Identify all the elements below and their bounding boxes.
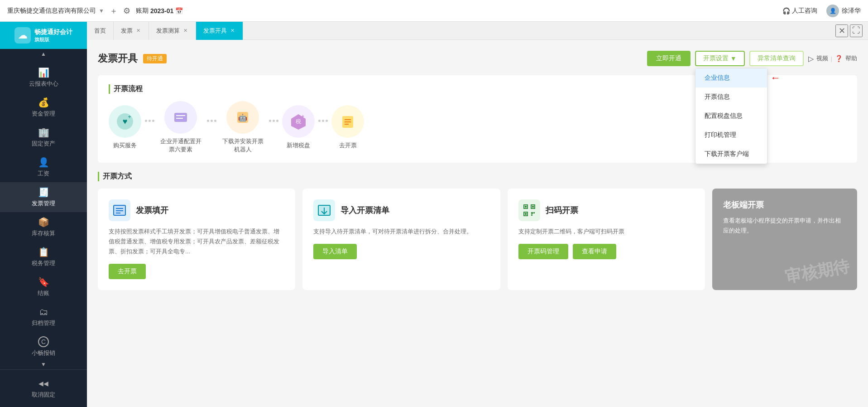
building-icon: 🏢 (38, 127, 49, 138)
sidebar-item-label: 资金管理 (32, 110, 55, 118)
sidebar-item-label: 归档管理 (32, 319, 55, 327)
flow-step-icon-download: 🤖 (226, 101, 259, 134)
flow-step-label: 下载并安装开票机器人 (220, 137, 265, 154)
tab-expand-button[interactable]: ⛶ (850, 24, 863, 37)
chevron-down-icon: ▼ (730, 55, 737, 62)
sidebar-item-label: 税务管理 (32, 259, 55, 267)
method-card-boss: 老板端开票 查看老板端小程序提交的开票申请，并作出相应的处理。 审核期待 (712, 189, 857, 290)
sidebar-item-label: 云报表中心 (29, 80, 58, 88)
svg-rect-28 (531, 212, 533, 214)
sidebar-item-label: 库存核算 (32, 229, 55, 237)
svg-text:+: + (128, 114, 131, 120)
sidebar-logo: ☁ 畅捷通好会计 旗舰版 (0, 22, 87, 49)
sidebar-item-xiaochang[interactable]: C 小畅报销 (0, 332, 87, 359)
flow-step-icon-config (164, 101, 197, 134)
tab-fapiaokaiqu[interactable]: 发票开具 ✕ (196, 22, 243, 40)
company-name: 重庆畅捷交通信息咨询有限公司 (7, 7, 96, 15)
tab-label: 发票测算 (156, 27, 180, 35)
sidebar-item-shuiwu[interactable]: 📋 税务管理 (0, 242, 87, 272)
flow-step-icon-add-tax: 税 + (282, 105, 315, 138)
flow-step-label: 新增税盘 (287, 141, 310, 150)
tab-label: 发票 (121, 27, 133, 35)
sidebar-item-gongzi[interactable]: 👤 工资 (0, 152, 87, 182)
scan-icon (518, 199, 540, 221)
support-button[interactable]: 🎧 人工咨询 (782, 7, 817, 15)
svg-text:+: + (302, 113, 304, 119)
tab-label: 首页 (94, 27, 106, 35)
bookmark-icon: 🔖 (38, 276, 49, 287)
dropdown-item-invoice-info[interactable]: 开票信息 (695, 87, 767, 107)
sidebar-item-yunbao[interactable]: 📊 云报表中心 (0, 63, 87, 92)
tab-fapiaocesuan[interactable]: 发票测算 ✕ (149, 22, 196, 40)
sidebar-item-label: 结账 (38, 289, 49, 297)
dropdown-item-printer[interactable]: 打印机管理 (695, 126, 767, 145)
unpin-icon: ◀◀ (38, 378, 49, 389)
svg-rect-26 (532, 206, 534, 208)
dropdown-item-tax-config[interactable]: 配置税盘信息 (695, 107, 767, 126)
tab-label: 发票开具 (203, 27, 227, 35)
tab-fapiao[interactable]: 发票 ✕ (114, 22, 149, 40)
tab-close-button[interactable]: ✕ (835, 24, 848, 37)
sidebar-item-zijin[interactable]: 💰 资金管理 (0, 92, 87, 122)
page-title: 发票开具 (98, 52, 138, 65)
tab-close-icon[interactable]: ✕ (182, 28, 188, 34)
import-list-button[interactable]: 导入清单 (313, 244, 357, 259)
scroll-down[interactable]: ▼ (0, 359, 87, 369)
video-help[interactable]: ▷ 视频 | ❓ 帮助 (808, 54, 857, 63)
dropdown-item-company-info[interactable]: 企业信息 ← (695, 68, 767, 87)
tab-close-icon[interactable]: ✕ (135, 28, 141, 34)
flow-step-label: 企业开通配置开票六要素 (158, 137, 203, 154)
flow-step-icon-go-invoice (331, 105, 364, 138)
headset-icon: 🎧 (782, 7, 790, 15)
method-title: 导入开票清单 (340, 205, 389, 216)
divider: | (831, 55, 832, 62)
flow-step-go-invoice: 去开票 (331, 105, 364, 150)
video-icon: ▷ (808, 54, 814, 63)
flow-step-config: 企业开通配置开票六要素 (158, 101, 203, 154)
scroll-up[interactable]: ▲ (0, 49, 87, 59)
sidebar-item-gudingzichan[interactable]: 🏢 固定资产 (0, 122, 87, 152)
method-desc: 支持定制开票二维码，客户端可扫码开票 (518, 227, 694, 237)
receipt-icon: 🧾 (38, 187, 49, 198)
invoice-settings-button[interactable]: 开票设置 ▼ (695, 51, 745, 66)
sidebar-item-quxiao[interactable]: ◀◀ 取消固定 (0, 373, 87, 403)
disabled-overlay: 审核期待 (783, 255, 851, 288)
sidebar-item-fapiao[interactable]: 🧾 发票管理 (0, 182, 87, 212)
dropdown-item-download-client[interactable]: 下载开票客户端 (695, 145, 767, 164)
sidebar-item-jiezhang[interactable]: 🔖 结账 (0, 272, 87, 302)
money-icon: 💰 (38, 97, 49, 108)
tab-close-icon[interactable]: ✕ (230, 28, 235, 34)
immediate-open-button[interactable]: 立即开通 (647, 51, 691, 66)
abnormal-query-button[interactable]: 异常清单查询 (749, 51, 804, 66)
tab-home[interactable]: 首页 (87, 22, 114, 40)
svg-text:税: 税 (296, 118, 301, 125)
go-invoice-button[interactable]: 去开票 (109, 264, 146, 279)
flow-step-download: 🤖 下载并安装开票机器人 (220, 101, 265, 154)
sidebar-item-label: 固定资产 (32, 140, 55, 148)
method-desc: 支持导入待开票清单，可对待开票清单进行拆分、合并处理。 (313, 227, 489, 237)
import-icon (313, 199, 335, 221)
invoice-fill-icon (109, 199, 130, 221)
red-arrow-icon: ← (771, 72, 781, 84)
method-desc: 查看老板端小程序提交的开票申请，并作出相应的处理。 (723, 216, 846, 236)
sidebar-item-label: 工资 (38, 170, 49, 178)
method-card-import: 导入开票清单 支持导入待开票清单，可对待开票清单进行拆分、合并处理。 导入清单 (302, 189, 500, 290)
sidebar-item-label: 取消固定 (32, 391, 55, 399)
company-selector[interactable]: 重庆畅捷交通信息咨询有限公司 ▼ (7, 7, 104, 15)
flow-step-label: 购买服务 (113, 141, 137, 150)
view-application-button[interactable]: 查看申请 (573, 244, 616, 259)
settings-icon[interactable]: ⚙ (123, 6, 130, 16)
method-title: 发票填开 (136, 205, 168, 216)
sidebar-item-kucun[interactable]: 📦 库存核算 (0, 212, 87, 242)
user-info[interactable]: 👤 徐泽华 (826, 5, 861, 17)
svg-rect-3 (174, 113, 187, 122)
svg-rect-25 (525, 206, 527, 208)
method-title: 扫码开票 (546, 205, 578, 216)
logo-icon: ☁ (14, 27, 31, 44)
chart-icon: 📊 (38, 67, 49, 78)
invoice-code-button[interactable]: 开票码管理 (518, 244, 568, 259)
sidebar-item-guidang[interactable]: 🗂 归档管理 (0, 302, 87, 332)
add-button[interactable]: ＋ (110, 5, 118, 16)
flow-step-buy: ♥ + 购买服务 (109, 105, 141, 150)
status-badge: 待开通 (143, 54, 167, 63)
